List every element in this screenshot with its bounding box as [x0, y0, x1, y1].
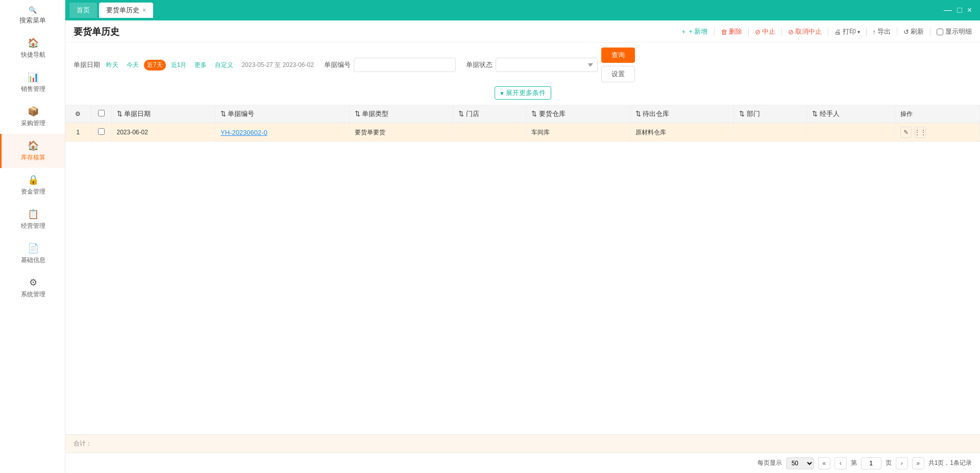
- page-number-input[interactable]: [861, 457, 881, 469]
- sidebar-sales-label: 销售管理: [21, 85, 45, 93]
- page-next-button[interactable]: ›: [896, 457, 908, 469]
- cancel-stop-button[interactable]: ⊘ 取消中止: [788, 27, 822, 36]
- order-no-link[interactable]: YH-20230602-0: [220, 129, 267, 136]
- column-order-type[interactable]: ⇅ 单据类型: [349, 105, 453, 123]
- display-label: 显示明细: [945, 27, 972, 36]
- sidebar-item-quick-nav[interactable]: 🏠 快捷导航: [0, 31, 65, 65]
- page-label-end: 页: [886, 459, 892, 467]
- column-handler[interactable]: ⇅ 经手人: [807, 105, 895, 123]
- column-req-warehouse[interactable]: ⇅ 要货仓库: [526, 105, 630, 123]
- window-minimize-button[interactable]: —: [944, 6, 952, 15]
- column-settings[interactable]: ⚙: [65, 105, 91, 123]
- query-button[interactable]: 查询: [601, 48, 635, 63]
- total-info: 共1页，1条记录: [928, 459, 972, 467]
- sidebar-item-inventory[interactable]: 🏠 库存核算: [0, 134, 65, 168]
- column-order-no[interactable]: ⇅ 单据编号: [215, 105, 350, 123]
- status-select[interactable]: [496, 58, 598, 72]
- page-content: 要货单历史 ＋ + 新增 🗑 删除 ⊘ 中止 ⊘: [65, 20, 980, 473]
- print-button[interactable]: 🖨 打印 ▾: [835, 27, 860, 36]
- shortcut-7days[interactable]: 近7天: [144, 60, 166, 70]
- divider-5: [866, 28, 867, 36]
- refresh-button[interactable]: ↺ 刷新: [903, 27, 924, 36]
- tab-requisition-history[interactable]: 要货单历史 ×: [99, 3, 153, 18]
- print-label: 打印: [843, 27, 856, 36]
- sidebar-finance-label: 资金管理: [21, 187, 45, 196]
- row-more-button[interactable]: ⋮⋮: [915, 127, 926, 138]
- order-no-filter-group: 单据编号: [324, 58, 456, 72]
- sidebar-system-label: 系统管理: [21, 290, 45, 299]
- gear-icon: ⚙: [29, 277, 37, 288]
- stop-label: 中止: [762, 27, 775, 36]
- sidebar-item-sales-mgmt[interactable]: 📊 销售管理: [0, 65, 65, 100]
- row-dept: [734, 123, 807, 142]
- pagination: 每页显示 50 10 20 100 « ‹ 第 页 › » 共1页，1条记录: [65, 453, 980, 473]
- home-icon: 🏠: [28, 37, 39, 49]
- tab-bar-right: — □ ×: [944, 6, 976, 15]
- page-last-button[interactable]: »: [912, 457, 924, 469]
- sidebar-item-finance-mgmt[interactable]: 🔒 资金管理: [0, 168, 65, 202]
- column-dept[interactable]: ⇅ 部门: [734, 105, 807, 123]
- shortcut-yesterday[interactable]: 昨天: [103, 60, 121, 70]
- filter-area: 单据日期 昨天 今天 近7天 近1月 更多 自定义 2023-05-27 至 2…: [65, 42, 980, 105]
- settings-button[interactable]: 设置: [601, 66, 635, 82]
- row-order-no[interactable]: YH-20230602-0: [215, 123, 350, 142]
- sidebar-quick-nav-label: 快捷导航: [21, 51, 45, 59]
- row-edit-button[interactable]: ✎: [900, 127, 912, 138]
- page-first-button[interactable]: «: [818, 457, 830, 469]
- expand-conditions-button[interactable]: ▾ 展开更多条件: [495, 86, 551, 100]
- select-all-checkbox[interactable]: [98, 110, 105, 116]
- row-handler: [807, 123, 895, 142]
- sidebar-item-purchase-mgmt[interactable]: 📦 采购管理: [0, 100, 65, 134]
- box-icon: 📦: [28, 106, 39, 117]
- column-pending-warehouse[interactable]: ⇅ 待出仓库: [630, 105, 734, 123]
- filter-row-1: 单据日期 昨天 今天 近7天 近1月 更多 自定义 2023-05-27 至 2…: [74, 48, 972, 82]
- print-dropdown-icon: ▾: [857, 29, 860, 35]
- sidebar-item-operation-mgmt[interactable]: 📋 经营管理: [0, 202, 65, 236]
- divider-2: [748, 28, 749, 36]
- delete-icon: 🗑: [721, 28, 727, 36]
- warehouse-icon: 🏠: [28, 140, 39, 151]
- stop-button[interactable]: ⊘ 中止: [755, 27, 775, 36]
- add-button[interactable]: ＋ + 新增: [680, 27, 707, 36]
- delete-button[interactable]: 🗑 删除: [721, 27, 742, 36]
- refresh-icon: ↺: [903, 28, 909, 36]
- date-range-display: 2023-05-27 至 2023-06-02: [241, 61, 313, 69]
- column-date[interactable]: ⇅ 单据日期: [111, 105, 215, 123]
- tab-home-label: 首页: [77, 6, 90, 15]
- row-select-checkbox[interactable]: [98, 128, 105, 135]
- column-checkbox[interactable]: [91, 105, 111, 123]
- order-no-input[interactable]: [354, 58, 456, 72]
- display-checkbox[interactable]: [937, 29, 943, 35]
- sort-icon-pending-warehouse: ⇅: [635, 110, 641, 117]
- sidebar-item-search-menu[interactable]: 🔍 搜索菜单: [0, 0, 65, 31]
- divider-6: [897, 28, 897, 36]
- page-prev-button[interactable]: ‹: [835, 457, 847, 469]
- page-size-select[interactable]: 50 10 20 100: [786, 457, 814, 469]
- window-close-button[interactable]: ×: [967, 6, 972, 15]
- shortcut-1month[interactable]: 近1月: [168, 60, 190, 70]
- window-maximize-button[interactable]: □: [957, 6, 962, 15]
- export-button[interactable]: ↑ 导出: [873, 27, 891, 36]
- shortcut-more[interactable]: 更多: [191, 60, 210, 70]
- sidebar-item-basic-info[interactable]: 📄 基础信息: [0, 236, 65, 271]
- tab-home[interactable]: 首页: [69, 3, 97, 18]
- status-filter-group: 单据状态 ▾: [466, 58, 591, 72]
- sort-icon-date: ⇅: [117, 110, 122, 117]
- shortcut-today[interactable]: 今天: [124, 60, 142, 70]
- display-toggle[interactable]: 显示明细: [937, 27, 972, 36]
- shortcut-custom[interactable]: 自定义: [212, 60, 236, 70]
- page-label: 第: [851, 459, 857, 467]
- sidebar-item-system-mgmt[interactable]: ⚙ 系统管理: [0, 271, 65, 305]
- table-container: ⚙ ⇅ 单据日期 ⇅ 单据编号 ⇅ 单据类型: [65, 105, 980, 434]
- divider-1: [714, 28, 715, 36]
- doc-icon: 📄: [28, 243, 39, 254]
- row-checkbox[interactable]: [91, 123, 111, 142]
- tab-close-button[interactable]: ×: [142, 7, 146, 14]
- add-icon: ＋: [680, 27, 687, 36]
- sidebar-purchase-label: 采购管理: [21, 119, 45, 128]
- column-store[interactable]: ⇅ 门店: [453, 105, 526, 123]
- sidebar-operation-label: 经营管理: [21, 222, 45, 230]
- status-label: 单据状态: [466, 60, 493, 69]
- divider-7: [930, 28, 930, 36]
- order-no-label: 单据编号: [324, 60, 351, 69]
